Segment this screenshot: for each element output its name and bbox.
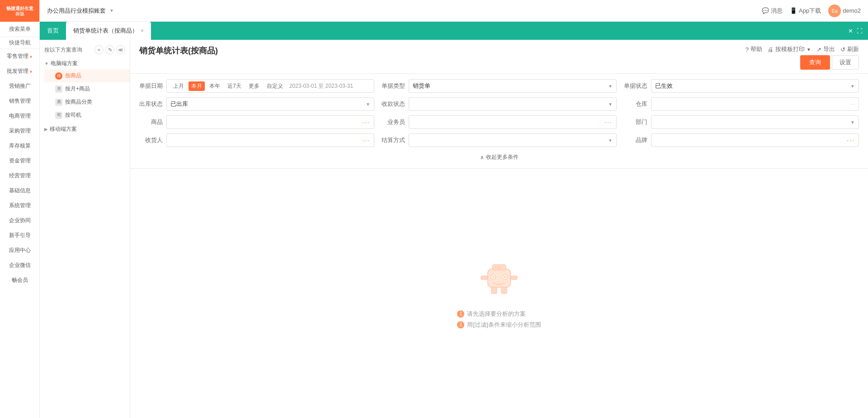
filter-row-2: 出库状态 已出库 ▼ 收款状态 ▼ 仓库 bbox=[139, 97, 859, 111]
collapse-icon: ∧ bbox=[480, 154, 484, 161]
sidebar-item-system[interactable]: 系统管理 bbox=[0, 198, 39, 213]
help-icon: ? bbox=[745, 46, 749, 53]
svg-rect-10 bbox=[501, 287, 507, 294]
sidebar-item-operations[interactable]: 经营管理 bbox=[0, 168, 39, 183]
filter-field-doc-type: 单据类型 销货单 ▼ bbox=[382, 79, 617, 93]
message-icon: 💬 bbox=[762, 7, 769, 14]
sidebar-item-wechat[interactable]: 企业微信 bbox=[0, 258, 39, 273]
warehouse-status-chevron-icon: ▼ bbox=[366, 102, 370, 107]
sidebar-item-retail[interactable]: 零售管理 bbox=[0, 49, 39, 64]
refresh-btn[interactable]: ↺ 刷新 bbox=[840, 45, 859, 53]
sidebar-item-purchase[interactable]: 采购管理 bbox=[0, 124, 39, 138]
scheme-item-by-goods[interactable]: 按 按商品 bbox=[44, 69, 130, 82]
left-panel-header: 按以下方案查询 + ✎ ≪ bbox=[40, 43, 130, 58]
sidebar-item-ecommerce[interactable]: 电商管理 bbox=[0, 109, 39, 124]
panel-actions: + ✎ ≪ bbox=[94, 45, 125, 54]
scheme-item-by-driver[interactable]: 司 按司机 bbox=[44, 109, 130, 122]
tab-right-icons: ✕ ⛶ bbox=[848, 28, 868, 34]
add-scheme-btn[interactable]: + bbox=[94, 45, 104, 54]
search-menu[interactable]: 搜索菜单 bbox=[0, 22, 39, 37]
svg-point-5 bbox=[492, 276, 494, 278]
print-icon: 🖨 bbox=[768, 46, 774, 53]
filter-area: 单据日期 上月 本月 本年 近7天 更多 自定义 2023-03-01 至 20… bbox=[130, 74, 868, 169]
sidebar-item-inventory[interactable]: 库存核算 bbox=[0, 138, 39, 153]
date-btn-this-month[interactable]: 本月 bbox=[189, 81, 205, 91]
sidebar-item-sales[interactable]: 销售管理 bbox=[0, 94, 39, 109]
industry-name: 办公用品行业模拟账套 bbox=[47, 7, 106, 15]
date-btn-7days[interactable]: 近7天 bbox=[225, 81, 244, 91]
sidebar-item-apps[interactable]: 应用中心 bbox=[0, 243, 39, 258]
settlement-label: 结算方式 bbox=[382, 136, 409, 144]
receiver-input[interactable]: ··· bbox=[166, 133, 374, 147]
top-header: 办公用品行业模拟账套 ▼ 💬 消息 📱 App下载 Ea demo2 bbox=[40, 0, 868, 22]
app-download-btn[interactable]: 📱 App下载 bbox=[790, 7, 821, 15]
date-btn-custom[interactable]: 自定义 bbox=[264, 81, 286, 91]
settlement-input[interactable]: ▼ bbox=[409, 133, 617, 147]
sidebar-item-enterprise[interactable]: 企业协同 bbox=[0, 213, 39, 228]
main-area: 办公用品行业模拟账套 ▼ 💬 消息 📱 App下载 Ea demo2 首页 销货… bbox=[40, 0, 868, 418]
dept-input[interactable]: ▼ bbox=[651, 115, 859, 129]
svg-point-6 bbox=[504, 276, 506, 278]
refresh-icon: ↺ bbox=[840, 46, 845, 53]
date-btn-more[interactable]: 更多 bbox=[246, 81, 262, 91]
tab-close-btn[interactable]: × bbox=[141, 28, 144, 34]
tab-home[interactable]: 首页 bbox=[40, 27, 66, 35]
filter-row-1: 单据日期 上月 本月 本年 近7天 更多 自定义 2023-03-01 至 20… bbox=[139, 79, 859, 93]
sidebar-item-member[interactable]: 畅会员 bbox=[0, 273, 39, 288]
tab-active[interactable]: 销货单统计表（按商品） × bbox=[66, 22, 151, 40]
sidebar-item-basic[interactable]: 基础信息 bbox=[0, 183, 39, 198]
page-title-bar: 销货单统计表(按商品) ? 帮助 🖨 按模板打印 ▼ bbox=[130, 40, 868, 74]
svg-rect-7 bbox=[481, 276, 487, 280]
sidebar-item-wholesale[interactable]: 批发管理 bbox=[0, 64, 39, 79]
tab-fullscreen-icon[interactable]: ⛶ bbox=[857, 28, 863, 34]
collapse-bar[interactable]: ∧ 收起更多条件 bbox=[139, 152, 859, 163]
export-btn[interactable]: ↗ 导出 bbox=[816, 45, 835, 53]
filter-field-brand: 品牌 ··· bbox=[624, 133, 859, 147]
filter-field-payment-status: 收款状态 ▼ bbox=[382, 97, 617, 111]
warehouse-status-input[interactable]: 已出库 ▼ bbox=[166, 97, 374, 111]
left-panel: 按以下方案查询 + ✎ ≪ ▼ 电脑端方案 按 按商品 bbox=[40, 40, 130, 418]
sales-input[interactable]: ··· bbox=[409, 115, 617, 129]
date-btn-this-year[interactable]: 本年 bbox=[207, 81, 223, 91]
empty-illustration bbox=[476, 256, 522, 301]
doc-status-input[interactable]: 已生效 ▼ bbox=[651, 79, 859, 93]
tip-item-2: 2 用[过滤]条件来缩小分析范围 bbox=[457, 321, 541, 329]
scheme-group-header-mobile[interactable]: ▶ 移动端方案 bbox=[40, 124, 130, 135]
settings-button[interactable]: 设置 bbox=[832, 55, 859, 70]
quick-nav[interactable]: 快捷导航 bbox=[0, 37, 39, 49]
sales-dots: ··· bbox=[604, 119, 613, 126]
date-range-bar[interactable]: 上月 本月 本年 近7天 更多 自定义 2023-03-01 至 2023-03… bbox=[166, 79, 374, 93]
warehouse-status-label: 出库状态 bbox=[139, 100, 166, 108]
filter-field-sales: 业务员 ··· bbox=[382, 115, 617, 129]
print-btn[interactable]: 🖨 按模板打印 ▼ bbox=[768, 45, 811, 53]
scheme-item-by-month-goods[interactable]: 月 按月+商品 bbox=[44, 82, 130, 95]
industry-dropdown-icon[interactable]: ▼ bbox=[109, 8, 114, 13]
sidebar-item-finance[interactable]: 资金管理 bbox=[0, 153, 39, 168]
doc-status-label: 单据状态 bbox=[624, 82, 651, 90]
scheme-item-by-category[interactable]: 类 按商品分类 bbox=[44, 95, 130, 109]
scheme-group-header-desktop[interactable]: ▼ 电脑端方案 bbox=[40, 58, 130, 69]
scheme-subgroup-desktop: 按 按商品 月 按月+商品 类 按商品分类 司 按司机 bbox=[40, 69, 130, 122]
brand-input[interactable]: ··· bbox=[651, 133, 859, 147]
user-area[interactable]: Ea demo2 bbox=[828, 5, 861, 17]
header-left: 办公用品行业模拟账套 ▼ bbox=[47, 7, 114, 15]
goods-input[interactable]: ··· bbox=[166, 115, 374, 129]
warehouse-input[interactable]: ··· bbox=[651, 97, 859, 111]
edit-scheme-btn[interactable]: ✎ bbox=[105, 45, 114, 54]
warehouse-dots: ··· bbox=[850, 101, 855, 107]
sidebar-item-marketing[interactable]: 营销推广 bbox=[0, 79, 39, 94]
app-logo: 畅捷通好生意 标版 bbox=[0, 0, 39, 22]
payment-status-input[interactable]: ▼ bbox=[409, 97, 617, 111]
tab-close-window-icon[interactable]: ✕ bbox=[848, 28, 853, 34]
collapse-panel-btn[interactable]: ≪ bbox=[116, 45, 125, 54]
help-btn[interactable]: ? 帮助 bbox=[745, 45, 762, 53]
date-btn-last-month[interactable]: 上月 bbox=[170, 81, 187, 91]
sidebar-item-newbie[interactable]: 新手引导 bbox=[0, 228, 39, 243]
message-btn[interactable]: 💬 消息 bbox=[762, 7, 783, 15]
query-button[interactable]: 查询 bbox=[800, 55, 830, 70]
user-avatar: Ea bbox=[828, 5, 841, 17]
doc-type-input[interactable]: 销货单 ▼ bbox=[409, 79, 617, 93]
doc-type-chevron-icon: ▼ bbox=[608, 84, 613, 89]
sidebar: 畅捷通好生意 标版 搜索菜单 快捷导航 零售管理 批发管理 营销推广 销售管理 … bbox=[0, 0, 40, 418]
doc-status-chevron-icon: ▼ bbox=[850, 84, 855, 89]
